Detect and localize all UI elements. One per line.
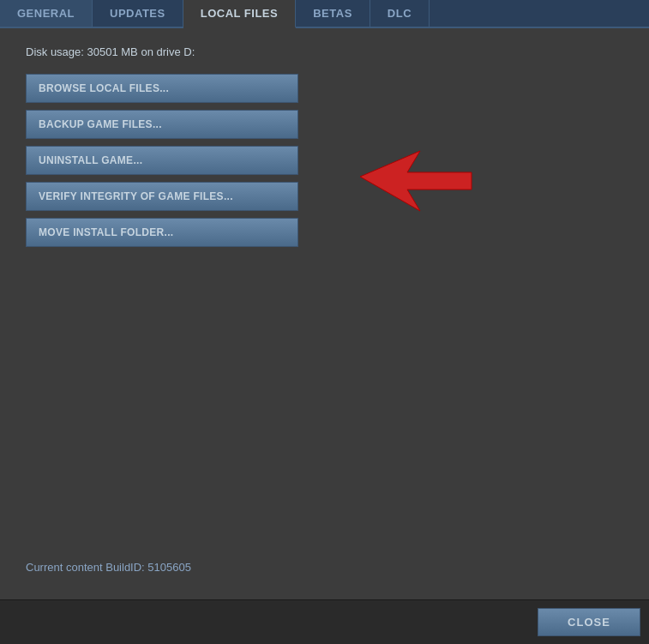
tab-updates[interactable]: UPDATES bbox=[93, 0, 183, 27]
tab-betas[interactable]: BETAS bbox=[296, 0, 370, 27]
bottom-bar: CLOSE bbox=[0, 599, 649, 644]
arrow-annotation bbox=[309, 147, 480, 215]
build-info: Current content BuildID: 5105605 bbox=[26, 561, 623, 582]
tab-dlc[interactable]: DLC bbox=[370, 0, 430, 27]
button-backup-game-files[interactable]: BACKUP GAME FILES... bbox=[26, 110, 298, 139]
close-button[interactable]: CLOSE bbox=[538, 608, 640, 636]
tab-local-files[interactable]: LOCAL FILES bbox=[183, 0, 296, 28]
button-verify-integrity[interactable]: VERIFY INTEGRITY OF GAME FILES... bbox=[26, 182, 298, 211]
svg-marker-0 bbox=[360, 151, 472, 211]
buttons-section: BROWSE LOCAL FILES...BACKUP GAME FILES..… bbox=[26, 74, 623, 247]
main-content: Disk usage: 30501 MB on drive D: BROWSE … bbox=[0, 28, 649, 599]
button-uninstall-game[interactable]: UNINSTALL GAME... bbox=[26, 146, 298, 175]
tab-bar: GENERALUPDATESLOCAL FILESBETASDLC bbox=[0, 0, 649, 28]
button-browse-local-files[interactable]: BROWSE LOCAL FILES... bbox=[26, 74, 298, 103]
tab-general[interactable]: GENERAL bbox=[0, 0, 93, 27]
button-move-install-folder[interactable]: MOVE INSTALL FOLDER... bbox=[26, 218, 298, 247]
disk-usage-label: Disk usage: 30501 MB on drive D: bbox=[26, 45, 623, 58]
